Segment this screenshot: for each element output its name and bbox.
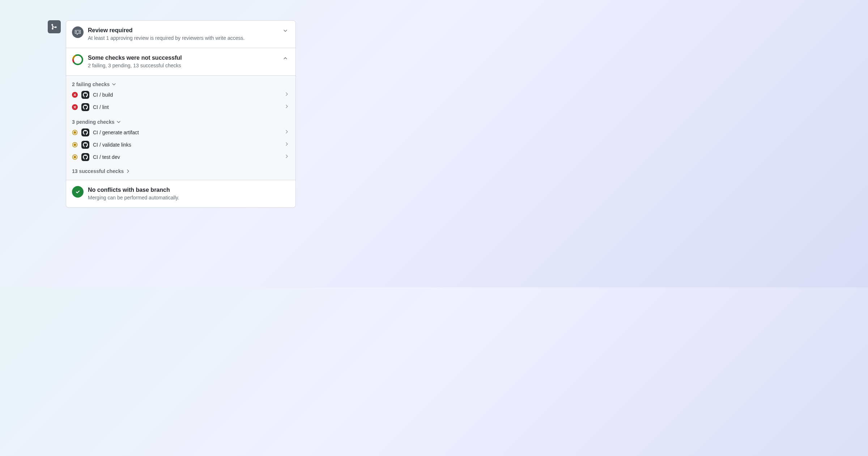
failing-checks-toggle[interactable]: 2 failing checks	[66, 79, 295, 89]
fail-icon	[72, 92, 78, 98]
chevron-down-icon	[111, 81, 117, 87]
pending-icon	[72, 142, 78, 148]
chevron-right-icon	[284, 104, 290, 111]
pending-icon	[72, 130, 78, 135]
successful-checks-toggle[interactable]: 13 successful checks	[66, 163, 295, 176]
merge-panel: Review required At least 1 approving rev…	[66, 20, 296, 208]
github-actions-icon	[81, 103, 89, 111]
collapse-checks-button[interactable]	[281, 54, 290, 63]
check-name: CI / lint	[93, 104, 280, 110]
merge-title: No conflicts with base branch	[88, 186, 290, 194]
svg-point-6	[74, 131, 76, 134]
github-actions-icon	[81, 141, 89, 149]
checks-list: 2 failing checks CI / build CI / lint	[66, 75, 295, 180]
review-section: Review required At least 1 approving rev…	[66, 21, 295, 48]
merge-subtitle: Merging can be performed automatically.	[88, 194, 290, 202]
checks-subtitle: 2 failing, 3 pending, 13 successful chec…	[88, 62, 277, 69]
check-row[interactable]: CI / build	[66, 89, 295, 101]
github-actions-icon	[81, 153, 89, 161]
chevron-right-icon	[125, 168, 131, 174]
check-row[interactable]: CI / lint	[66, 101, 295, 113]
git-merge-icon	[48, 20, 61, 33]
checks-section: Some checks were not successful 2 failin…	[66, 48, 295, 75]
chevron-down-icon	[116, 119, 122, 125]
pending-icon	[72, 154, 78, 160]
fail-icon	[72, 104, 78, 110]
pending-checks-toggle[interactable]: 3 pending checks	[66, 113, 295, 126]
svg-point-10	[74, 156, 76, 158]
check-row[interactable]: CI / generate artifact	[66, 126, 295, 139]
chevron-right-icon	[284, 91, 290, 98]
expand-review-button[interactable]	[281, 26, 290, 35]
merge-section: No conflicts with base branch Merging ca…	[66, 180, 295, 207]
check-row[interactable]: CI / test dev	[66, 151, 295, 163]
pending-checks-label: 3 pending checks	[72, 119, 114, 125]
svg-point-8	[74, 143, 76, 146]
check-name: CI / validate links	[93, 142, 280, 148]
check-row[interactable]: CI / validate links	[66, 139, 295, 151]
github-actions-icon	[81, 128, 89, 136]
code-review-icon	[72, 26, 84, 38]
chevron-right-icon	[284, 153, 290, 161]
checks-title: Some checks were not successful	[88, 54, 277, 62]
github-actions-icon	[81, 91, 89, 99]
review-title: Review required	[88, 26, 277, 34]
checks-status-donut-icon	[72, 54, 84, 66]
chevron-right-icon	[284, 129, 290, 136]
success-check-icon	[72, 186, 84, 198]
review-subtitle: At least 1 approving review is required …	[88, 35, 277, 42]
successful-checks-label: 13 successful checks	[72, 168, 124, 174]
check-name: CI / test dev	[93, 154, 280, 160]
chevron-right-icon	[284, 141, 290, 148]
check-name: CI / generate artifact	[93, 130, 280, 135]
check-name: CI / build	[93, 92, 280, 98]
failing-checks-label: 2 failing checks	[72, 81, 110, 87]
